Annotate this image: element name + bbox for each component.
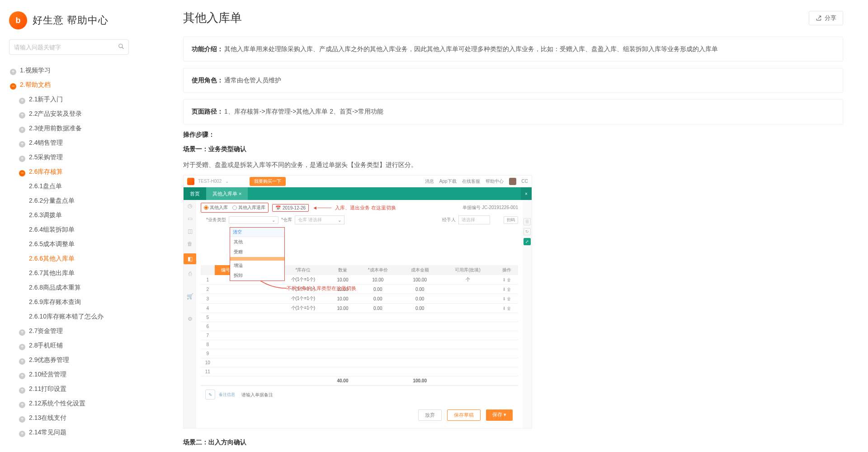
nav-item[interactable]: +2.1新手入门 <box>9 92 129 106</box>
shot-biztype-select: ⌄ <box>229 216 278 224</box>
expand-icon[interactable]: + <box>19 431 25 437</box>
expand-icon[interactable]: + <box>19 127 25 133</box>
nav-item-label: 2.6.2分量盘点单 <box>29 197 75 204</box>
expand-icon[interactable]: + <box>19 344 25 350</box>
nav-item-label: 2.12系统个性化设置 <box>29 400 85 407</box>
chevron-down-icon: ⌄ <box>225 179 229 184</box>
steps-heading: 操作步骤： <box>183 131 843 139</box>
expand-icon[interactable]: + <box>19 98 25 104</box>
rail-mini-icon: ☰ <box>524 218 531 225</box>
nav-item[interactable]: 2.6.7其他出库单 <box>9 266 129 280</box>
scene1-text: 对于受赠、盘盈或是拆装入库等不同的业务，是通过单据头【业务类型】进行区分。 <box>183 159 843 171</box>
nav-item[interactable]: 2.6.10库存账本错了怎么办 <box>9 309 129 324</box>
nav-item[interactable]: 2.6.3调拨单 <box>9 208 129 222</box>
page-title: 其他入库单 <box>183 10 242 26</box>
nav-item[interactable]: +2.14常见问题 <box>9 425 129 439</box>
expand-icon[interactable]: + <box>19 387 25 394</box>
nav-item-label: 2.4销售管理 <box>29 139 63 146</box>
collapse-icon[interactable]: − <box>10 83 16 90</box>
expand-icon[interactable]: + <box>19 329 25 336</box>
nav-item-label: 2.6.1盘点单 <box>29 182 62 190</box>
nav-item-label: 2.6.4组装拆卸单 <box>29 226 75 233</box>
nav-item-label: 2.6.10库存账本错了怎么办 <box>29 313 104 320</box>
nav-item-label: 2.6.7其他出库单 <box>29 269 75 276</box>
svg-line-1 <box>122 47 124 49</box>
shot-bill-type-radio: 其他入库 其他入库退库 <box>201 203 269 213</box>
nav-item-label: 2.6.3调拨单 <box>29 211 62 219</box>
rail-icon: ⚙ <box>188 316 193 322</box>
nav-item-label: 2.13在线支付 <box>29 414 66 421</box>
nav-item-label: 2.6库存核算 <box>29 168 63 175</box>
shot-right-rail: ☰ ↻ ⤢ <box>523 200 532 428</box>
expand-icon[interactable]: + <box>19 402 25 408</box>
main-content: 其他入库单 分享 功能介绍：其他入库单用来处理除采购入库、产成品入库之外的其他入… <box>138 0 868 452</box>
nav-item-label: 2.3使用前数据准备 <box>29 124 82 132</box>
nav-item[interactable]: +2.5采购管理 <box>9 150 129 164</box>
nav-item[interactable]: 2.6.4组装拆卸单 <box>9 222 129 237</box>
rail-mini-icon: ↻ <box>524 228 531 235</box>
nav-item-label: 2.10经营管理 <box>29 371 66 378</box>
shot-save-button: 保存 ▾ <box>486 409 513 421</box>
expand-icon[interactable]: + <box>19 416 25 423</box>
shot-mini-btn: 扫码 <box>504 216 518 224</box>
nav-item-label: 2.8手机旺铺 <box>29 342 63 349</box>
path-label: 页面路径： <box>192 108 223 115</box>
nav-item-label: 2.6.9库存账本查询 <box>29 298 81 305</box>
rail-icon: ◷ <box>188 203 192 209</box>
scene1-heading: 场景一：业务类型确认 <box>183 145 843 153</box>
shot-tabs: 首页 其他入库单 × × <box>184 187 532 200</box>
nav-item[interactable]: +1.视频学习 <box>9 63 129 77</box>
role-card: 使用角色：通常由仓管人员维护 <box>183 68 843 93</box>
search-input[interactable] <box>9 39 129 55</box>
scene2-heading: 场景二：出入方向确认 <box>183 438 843 447</box>
collapse-icon[interactable]: − <box>19 170 25 176</box>
shot-logo-icon <box>187 178 194 185</box>
expand-icon[interactable]: + <box>19 156 25 162</box>
nav-item[interactable]: −2.6库存核算 <box>9 164 129 179</box>
intro-label: 功能介绍： <box>192 45 223 52</box>
expand-icon[interactable]: + <box>19 112 25 119</box>
shot-buy-button: 我要购买一下 <box>250 177 286 186</box>
path-card: 页面路径：1、库存核算->库存管理->其他入库单 2、首页->常用功能 <box>183 99 843 124</box>
shot-tabs-close: × <box>521 187 532 200</box>
rail-icon: ◫ <box>188 228 193 234</box>
nav-item[interactable]: 2.6.1盘点单 <box>9 179 129 193</box>
nav-item[interactable]: 2.6.6其他入库单 <box>9 251 129 266</box>
share-icon <box>816 15 822 21</box>
expand-icon[interactable]: + <box>19 141 25 147</box>
nav-item[interactable]: 2.6.5成本调整单 <box>9 237 129 251</box>
nav-item[interactable]: +2.9优惠券管理 <box>9 352 129 367</box>
nav-item-label: 2.1新手入门 <box>29 95 63 103</box>
nav-item[interactable]: +2.7资金管理 <box>9 324 129 338</box>
embedded-screenshot: TEST-H002 ⌄ 我要购买一下 消息 App下载 在线客服 帮助中心 CC… <box>183 175 532 428</box>
nav-item[interactable]: +2.3使用前数据准备 <box>9 121 129 135</box>
nav-item[interactable]: +2.12系统个性化设置 <box>9 396 129 410</box>
nav-item-label: 2.5采购管理 <box>29 153 63 161</box>
nav-item-label: 2.7资金管理 <box>29 327 63 334</box>
nav-item[interactable]: +2.8手机旺铺 <box>9 338 129 352</box>
nav-item[interactable]: 2.6.9库存账本查询 <box>9 295 129 309</box>
nav-item[interactable]: 2.6.2分量盘点单 <box>9 193 129 208</box>
shot-discard-button: 放弃 <box>418 409 442 421</box>
share-button[interactable]: 分享 <box>809 11 843 25</box>
expand-icon[interactable]: + <box>19 373 25 379</box>
nav-item[interactable]: +2.4销售管理 <box>9 135 129 150</box>
nav-item[interactable]: 2.6.8商品成本重算 <box>9 280 129 295</box>
avatar-icon <box>509 178 516 185</box>
nav-item[interactable]: +2.10经营管理 <box>9 367 129 381</box>
shot-biztype-dropdown: 清空 其他 受赠 增溢 拆卸 <box>230 227 285 281</box>
rail-icon: ⎙ <box>189 271 192 277</box>
search-icon[interactable] <box>118 43 124 51</box>
nav-item-label: 2.帮助文档 <box>20 81 51 88</box>
nav-item[interactable]: +2.2产品安装及登录 <box>9 106 129 121</box>
role-label: 使用角色： <box>192 76 223 84</box>
arrow-icon: ◄──── <box>312 205 331 210</box>
expand-icon[interactable]: + <box>19 358 25 365</box>
nav-item[interactable]: +2.13在线支付 <box>9 410 129 425</box>
shot-tab-form: 其他入库单 × <box>206 187 248 200</box>
nav-item[interactable]: +2.11打印设置 <box>9 381 129 396</box>
expand-icon[interactable]: + <box>10 69 16 75</box>
nav-item[interactable]: −2.帮助文档 <box>9 77 129 92</box>
nav-item-label: 2.2产品安装及登录 <box>29 110 82 117</box>
shot-left-rail: ◷ ▭ ◫ 🗑 ◧ ⎙ 🛒 ⚙ <box>184 200 196 428</box>
